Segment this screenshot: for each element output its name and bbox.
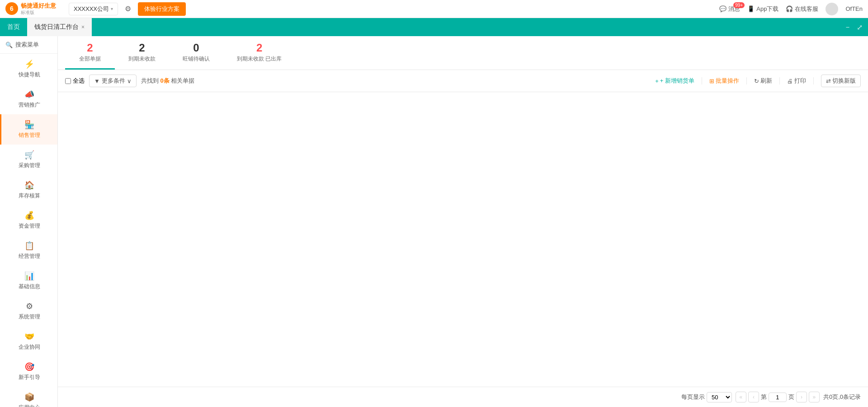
refresh-button[interactable]: ↻ 刷新 xyxy=(754,77,772,85)
inventory-icon: 🏠 xyxy=(24,180,34,190)
company-selector[interactable]: XXXXXX公司 ▾ xyxy=(69,3,118,15)
stat-count-pending: 0 xyxy=(193,42,199,54)
page-last-button[interactable]: » xyxy=(809,392,820,402)
search-icon: 🔍 xyxy=(5,42,13,48)
page-next-button[interactable]: › xyxy=(796,392,807,402)
sidebar-item-cooperation[interactable]: 🤝 企业协同 xyxy=(0,326,57,356)
online-service-action[interactable]: 🎧 在线客服 xyxy=(786,5,818,13)
messages-action[interactable]: 💬 消息 99+ xyxy=(719,5,740,13)
sidebar-item-finance[interactable]: 💰 资金管理 xyxy=(0,205,57,235)
app-download-action[interactable]: 📱 App下载 xyxy=(747,5,778,13)
total-info: 共0页,0条记录 xyxy=(823,393,861,401)
tab-workbench[interactable]: 钱货日清工作台 × xyxy=(27,18,92,36)
sidebar: 🔍 搜索菜单 ⚡ 快捷导航 📣 营销推广 🏪 销售管理 🛒 采购管理 🏠 库存核… xyxy=(0,36,58,407)
batch-icon: ⊞ xyxy=(709,78,714,84)
search-menu-label: 搜索菜单 xyxy=(15,41,39,49)
sidebar-item-inventory[interactable]: 🏠 库存核算 xyxy=(0,175,57,205)
tab-expand-icon[interactable]: ⤢ xyxy=(857,23,863,32)
app-center-icon: 📦 xyxy=(24,392,34,402)
select-all-checkbox[interactable]: 全选 xyxy=(65,77,85,85)
sidebar-item-label: 销售管理 xyxy=(19,131,40,139)
system-icon: ⚙ xyxy=(26,301,33,311)
switch-button[interactable]: ⇄ 切换新版 xyxy=(821,75,861,87)
page-prev-button[interactable]: ‹ xyxy=(748,392,759,402)
workbench-tab-label: 钱货日清工作台 xyxy=(34,23,79,31)
page-nav: « ‹ 第 页 › » xyxy=(736,392,820,402)
per-page-select[interactable]: 50 10 20 100 xyxy=(707,392,732,402)
print-label: 打印 xyxy=(794,77,806,85)
stat-tab-outbound[interactable]: 2 到期未收款 已出库 xyxy=(223,36,295,70)
refresh-label: 刷新 xyxy=(760,77,772,85)
stat-tab-overdue[interactable]: 2 到期未收款 xyxy=(115,36,169,70)
sidebar-item-system[interactable]: ⚙ 系统管理 xyxy=(0,296,57,326)
sidebar-item-marketing[interactable]: 📣 营销推广 xyxy=(0,84,57,114)
divider-2 xyxy=(746,77,747,84)
sidebar-item-label: 经营管理 xyxy=(19,253,40,260)
cooperation-icon: 🤝 xyxy=(24,332,34,342)
sidebar-item-label: 基础信息 xyxy=(19,283,40,290)
stat-tab-pending[interactable]: 0 旺铺待确认 xyxy=(169,36,223,70)
logo-main: 畅捷通好生意 xyxy=(21,2,56,10)
sidebar-item-sales[interactable]: 🏪 销售管理 xyxy=(0,114,57,145)
logo-text: 畅捷通好生意 标准版 xyxy=(21,2,56,16)
service-icon: 🎧 xyxy=(786,5,793,12)
basic-info-icon: 📊 xyxy=(24,271,34,281)
avatar-name[interactable]: OfTEn xyxy=(845,5,863,12)
stat-count-overdue: 2 xyxy=(139,42,145,54)
main-layout: 🔍 搜索菜单 ⚡ 快捷导航 📣 营销推广 🏪 销售管理 🛒 采购管理 🏠 库存核… xyxy=(0,36,868,407)
divider-4 xyxy=(813,77,814,84)
print-button[interactable]: 🖨 打印 xyxy=(787,77,806,85)
tab-bar-actions: － ⤢ xyxy=(844,23,868,32)
divider-3 xyxy=(779,77,780,84)
top-header: 6 畅捷通好生意 标准版 XXXXXX公司 ▾ ⚙ 体验行业方案 💬 消息 99… xyxy=(0,0,868,18)
tab-home[interactable]: 首页 xyxy=(0,18,27,36)
toolbar-left: 全选 ▼ 更多条件 ∨ 共找到 0条 相关单据 xyxy=(65,75,650,87)
page-input[interactable] xyxy=(769,393,787,402)
settings-icon[interactable]: ⚙ xyxy=(122,3,134,15)
marketing-icon: 📣 xyxy=(24,89,34,99)
select-all-input[interactable] xyxy=(65,78,71,84)
guide-icon: 🎯 xyxy=(24,362,34,372)
stat-tab-all[interactable]: 2 全部单据 xyxy=(65,36,115,70)
sidebar-item-label: 系统管理 xyxy=(19,313,40,321)
result-count: 0条 xyxy=(160,77,170,84)
stats-tabs: 2 全部单据 2 到期未收款 0 旺铺待确认 2 到期未收款 已出库 xyxy=(58,36,868,70)
quick-nav-icon: ⚡ xyxy=(24,59,34,69)
sidebar-item-label: 新手引导 xyxy=(19,374,40,381)
filter-arrow-icon: ∨ xyxy=(127,78,132,84)
filter-icon: ▼ xyxy=(94,78,100,84)
switch-label: 切换新版 xyxy=(832,77,856,85)
add-label: + 新增销货单 xyxy=(660,77,694,85)
sidebar-item-operations[interactable]: 📋 经营管理 xyxy=(0,235,57,266)
page-first-button[interactable]: « xyxy=(736,392,746,402)
experience-button[interactable]: 体验行业方案 xyxy=(138,2,186,16)
avatar[interactable] xyxy=(826,3,838,15)
sidebar-item-guide[interactable]: 🎯 新手引导 xyxy=(0,356,57,387)
chevron-down-icon: ▾ xyxy=(111,6,113,11)
sidebar-item-label: 营销推广 xyxy=(19,101,40,109)
message-icon: 💬 xyxy=(719,5,726,12)
sidebar-item-basic-info[interactable]: 📊 基础信息 xyxy=(0,266,57,296)
result-suffix: 相关单据 xyxy=(171,77,194,84)
filter-label: 更多条件 xyxy=(102,77,125,85)
sidebar-item-app-center[interactable]: 📦 应用中心 xyxy=(0,387,57,407)
sidebar-item-label: 采购管理 xyxy=(19,162,40,169)
sidebar-item-purchase[interactable]: 🛒 采购管理 xyxy=(0,145,57,175)
tab-close-icon[interactable]: × xyxy=(81,24,85,30)
logo-area: 6 畅捷通好生意 标准版 xyxy=(5,2,56,16)
sales-icon: 🏪 xyxy=(24,120,34,130)
sidebar-item-quick-nav[interactable]: ⚡ 快捷导航 xyxy=(0,54,57,84)
divider-1 xyxy=(702,77,702,84)
stat-count-outbound: 2 xyxy=(256,42,262,54)
sidebar-item-label: 应用中心 xyxy=(19,404,40,407)
sidebar-search[interactable]: 🔍 搜索菜单 xyxy=(0,36,57,54)
online-service-label: 在线客服 xyxy=(795,5,818,13)
sidebar-item-label: 企业协同 xyxy=(19,343,40,351)
batch-button[interactable]: ⊞ 批量操作 xyxy=(709,77,739,85)
tab-minimize-icon[interactable]: － xyxy=(844,23,851,32)
toolbar: 全选 ▼ 更多条件 ∨ 共找到 0条 相关单据 + + 新增销货单 xyxy=(58,70,868,92)
toolbar-right: + + 新增销货单 ⊞ 批量操作 ↻ 刷新 🖨 打印 xyxy=(655,75,861,87)
tab-bar: 首页 钱货日清工作台 × － ⤢ xyxy=(0,18,868,36)
filter-button[interactable]: ▼ 更多条件 ∨ xyxy=(89,75,137,87)
add-button[interactable]: + + 新增销货单 xyxy=(655,77,694,85)
